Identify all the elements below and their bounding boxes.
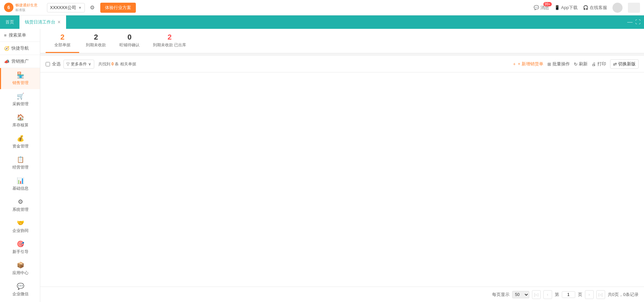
quick-nav-item[interactable]: 🧭 快捷导航 — [0, 42, 40, 55]
sidebar-item-finance-label: 资金管理 — [12, 143, 29, 149]
sidebar-item-basic-info[interactable]: 📊 基础信息 — [0, 174, 40, 195]
batch-label: 批量操作 — [552, 61, 570, 67]
found-text: 共找到 0 条 相关单据 — [98, 61, 136, 67]
stat-shipped-count: 2 — [168, 33, 172, 42]
system-icon: ⚙ — [18, 198, 23, 205]
message-button[interactable]: 💬 消息 99+ — [534, 5, 549, 11]
sidebar-item-sales[interactable]: 🏪 销售管理 — [0, 68, 40, 89]
logo-text: 畅捷通好生意 — [15, 3, 38, 7]
batch-icon: ⊞ — [547, 62, 551, 67]
first-page-button[interactable]: |◁ — [532, 290, 541, 299]
headset-icon: 🎧 — [583, 5, 588, 10]
company-select[interactable]: XXXXXX公司 ▼ — [47, 3, 85, 12]
pagination: 每页显示 50 10 20 100 |◁ ‹ 第 页 › ▷| 共0页，0条记录 — [40, 287, 644, 302]
nav-icon: 🧭 — [4, 46, 9, 51]
tab-home[interactable]: 首页 — [0, 15, 19, 29]
select-all-checkbox[interactable] — [46, 62, 50, 66]
header-right: 💬 消息 99+ 📱 App下载 🎧 在线客服 — [534, 3, 640, 13]
stat-pending-label: 旺铺待确认 — [119, 42, 140, 48]
sidebar-item-guide[interactable]: 🎯 新手引导 — [0, 237, 40, 258]
table-area — [40, 72, 644, 287]
more-conditions-button[interactable]: ▽ 更多条件 ∨ — [63, 60, 94, 69]
sidebar-item-system[interactable]: ⚙ 系统管理 — [0, 195, 40, 216]
tab-cash-flow[interactable]: 钱货日清工作台 ✕ — [19, 15, 66, 29]
finance-icon: 💰 — [17, 135, 24, 142]
main-layout: ≡ 搜索菜单 🧭 快捷导航 📣 营销推广 🏪 销售管理 🛒 采购管理 🏠 库存核… — [0, 29, 644, 302]
chevron-down-icon: ▼ — [78, 6, 82, 10]
sidebar-item-purchase[interactable]: 🛒 采购管理 — [0, 89, 40, 110]
page-label-end: 页 — [578, 292, 582, 298]
message-badge: 99+ — [543, 2, 552, 6]
add-sales-order-button[interactable]: ＋ + 新增销货单 — [512, 61, 543, 67]
stat-all-label: 全部单据 — [54, 42, 70, 48]
sidebar-item-basic-info-label: 基础信息 — [12, 186, 29, 191]
stat-all-count: 2 — [60, 33, 64, 42]
sidebar-item-app-center[interactable]: 📦 应用中心 — [0, 258, 40, 279]
sidebar-item-member[interactable]: 🏷 畅会员 — [0, 300, 40, 302]
stat-tab-overdue[interactable]: 2 到期未收款 — [79, 29, 113, 53]
online-service-label: 在线客服 — [590, 5, 607, 11]
try-industry-button[interactable]: 体验行业方案 — [100, 3, 136, 13]
next-page-button[interactable]: › — [585, 290, 594, 299]
sidebar-item-inventory[interactable]: 🏠 库存核算 — [0, 110, 40, 131]
wechat-icon: 💬 — [17, 283, 24, 290]
select-all-label: 全选 — [52, 61, 61, 67]
quick-nav-label: 快捷导航 — [11, 45, 29, 51]
sidebar-item-wechat[interactable]: 💬 企业微信 — [0, 279, 40, 300]
print-label: 打印 — [597, 61, 606, 67]
sidebar-item-inventory-label: 库存核算 — [12, 122, 29, 128]
logo-sub: 标准版 — [15, 8, 38, 12]
message-icon: 💬 — [534, 5, 539, 10]
logo-area: 6 畅捷通好生意 标准版 — [4, 3, 44, 12]
refresh-button[interactable]: ↻ 刷新 — [574, 61, 588, 67]
maximize-icon[interactable]: ⛶ — [635, 19, 641, 25]
inventory-icon: 🏠 — [17, 114, 24, 121]
stat-pending-count: 0 — [127, 33, 131, 42]
print-button[interactable]: 🖨 打印 — [592, 61, 606, 67]
page-input[interactable] — [562, 291, 575, 298]
sidebar-item-wechat-label: 企业微信 — [12, 291, 29, 297]
minimize-icon[interactable]: — — [627, 19, 633, 25]
user-menu[interactable] — [628, 3, 640, 13]
marketing-label: 营销推广 — [11, 58, 29, 64]
app-download-label: App下载 — [561, 5, 578, 11]
total-text: 共0页，0条记录 — [608, 292, 639, 298]
search-icon: ≡ — [4, 33, 7, 38]
sidebar-item-purchase-label: 采购管理 — [12, 101, 29, 107]
sidebar-item-finance[interactable]: 💰 资金管理 — [0, 131, 40, 153]
close-icon[interactable]: ✕ — [57, 20, 61, 24]
add-sales-label: + 新增销货单 — [518, 61, 543, 67]
tab-actions: — ⛶ — [624, 19, 644, 25]
refresh-icon: ↻ — [574, 62, 578, 67]
switch-version-button[interactable]: ⇄ 切换新版 — [610, 59, 639, 69]
last-page-button[interactable]: ▷| — [596, 290, 605, 299]
batch-operation-button[interactable]: ⊞ 批量操作 — [547, 61, 570, 67]
tab-bar: 首页 钱货日清工作台 ✕ — ⛶ — [0, 15, 644, 29]
stat-tab-shipped[interactable]: 2 到期未收款 已出库 — [146, 29, 193, 53]
tab-cash-flow-label: 钱货日清工作台 — [25, 19, 55, 25]
operations-icon: 📋 — [17, 156, 24, 163]
app-download-button[interactable]: 📱 App下载 — [554, 5, 578, 11]
stat-tab-all[interactable]: 2 全部单据 — [46, 29, 79, 53]
sidebar-item-operations[interactable]: 📋 经营管理 — [0, 153, 40, 174]
tab-home-label: 首页 — [5, 19, 14, 25]
avatar[interactable] — [612, 3, 623, 13]
found-count: 0 — [111, 62, 114, 66]
refresh-label: 刷新 — [579, 61, 588, 67]
stat-tab-pending[interactable]: 0 旺铺待确认 — [113, 29, 146, 53]
prev-page-button[interactable]: ‹ — [543, 290, 552, 299]
page-size-select[interactable]: 50 10 20 100 — [512, 291, 529, 298]
more-conditions-label: 更多条件 — [71, 61, 87, 67]
settings-icon[interactable]: ⚙ — [88, 3, 97, 12]
search-menu-label: 搜索菜单 — [9, 32, 26, 38]
sidebar-item-enterprise[interactable]: 🤝 企业协同 — [0, 216, 40, 237]
sidebar-item-system-label: 系统管理 — [12, 207, 29, 213]
search-menu-item[interactable]: ≡ 搜索菜单 — [0, 29, 40, 42]
purchase-icon: 🛒 — [17, 93, 24, 100]
content-area: 2 全部单据 2 到期未收款 0 旺铺待确认 2 到期未收款 已出库 全选 ▽ … — [40, 29, 644, 302]
phone-icon: 📱 — [554, 5, 560, 10]
sidebar: ≡ 搜索菜单 🧭 快捷导航 📣 营销推广 🏪 销售管理 🛒 采购管理 🏠 库存核… — [0, 29, 40, 302]
page-size-label: 每页显示 — [492, 292, 509, 298]
online-service-button[interactable]: 🎧 在线客服 — [583, 5, 607, 11]
marketing-item[interactable]: 📣 营销推广 — [0, 55, 40, 68]
